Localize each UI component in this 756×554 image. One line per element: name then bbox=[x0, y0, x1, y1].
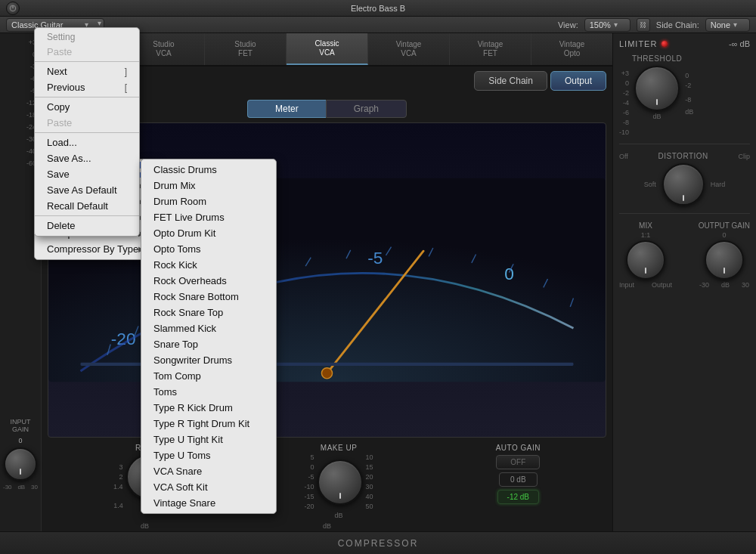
makeup-db-label: dB bbox=[323, 522, 331, 530]
db-val-n3: -3 bbox=[2, 60, 36, 73]
sidechain-label: Side Chain: bbox=[656, 20, 699, 29]
auto-gain-0db-display: 0 dB bbox=[499, 472, 538, 487]
limiter-value: -∞ dB bbox=[729, 39, 750, 48]
chain-icon[interactable]: ⛓ bbox=[637, 18, 650, 32]
makeup-group: MAKE UP 5 0 -5 -10 -15 -20 bbox=[305, 444, 373, 519]
drums-toms[interactable]: Toms bbox=[141, 384, 276, 400]
drums-tom-comp[interactable]: Tom Comp bbox=[141, 368, 276, 384]
output-gain-knob[interactable] bbox=[705, 240, 744, 280]
input-gain-value: 0 bbox=[18, 437, 22, 444]
db-val-n9: -9 bbox=[2, 85, 36, 97]
distortion-knob[interactable] bbox=[662, 163, 705, 206]
ctx-next[interactable]: Next ] bbox=[35, 63, 139, 79]
threshold-scale: +3 0 -2 -4 -6 -8 -10 bbox=[619, 70, 629, 136]
makeup-knob[interactable] bbox=[318, 460, 363, 505]
makeup-scale-right: 10 15 20 30 40 50 bbox=[366, 453, 373, 510]
ctx-sep-1 bbox=[35, 61, 139, 62]
bottom-bar: Compressor bbox=[0, 531, 756, 554]
ctx-paste-1[interactable]: Paste bbox=[35, 44, 139, 60]
ctx-delete[interactable]: Delete bbox=[35, 218, 139, 234]
ctx-recall-default[interactable]: Recall Default bbox=[35, 198, 139, 214]
distortion-hard-label: Hard bbox=[711, 181, 726, 188]
drums-rock-snare-bottom[interactable]: Rock Snare Bottom bbox=[141, 289, 276, 305]
view-dropdown[interactable]: 150% ▾ bbox=[584, 18, 631, 32]
tab-studio-fet[interactable]: Studio FET bbox=[205, 33, 287, 65]
threshold-unit: dB bbox=[653, 113, 662, 120]
ratio-db-label: dB bbox=[141, 522, 149, 530]
input-gain-knob[interactable] bbox=[4, 447, 37, 481]
view-label: View: bbox=[558, 20, 578, 29]
drums-type-u-toms[interactable]: Type U Toms bbox=[141, 447, 276, 463]
ctx-setting-label: Setting bbox=[35, 30, 139, 44]
ratio-scale-left: 3 2 1.4 bbox=[113, 463, 123, 491]
drums-type-u-tight-kit[interactable]: Type U Tight Kit bbox=[141, 432, 276, 447]
drums-opto-toms[interactable]: Opto Toms bbox=[141, 241, 276, 257]
threshold-section: +3 0 -2 -4 -6 -8 -10 THRESHOLD dB bbox=[619, 54, 750, 136]
power-button[interactable] bbox=[6, 2, 20, 15]
limiter-led bbox=[662, 41, 668, 47]
drums-vca-soft-kit[interactable]: VCA Soft Kit bbox=[141, 479, 276, 495]
mix-output-section: MIX 1:1 Input Output OUTPUT GAIN 0 bbox=[619, 221, 750, 289]
db-val-n60: -60 bbox=[2, 157, 36, 169]
ctx-save-as[interactable]: Save As... bbox=[35, 150, 139, 166]
tab-classic-vca[interactable]: Classic VCA bbox=[287, 33, 368, 65]
meter-button[interactable]: Meter bbox=[247, 100, 326, 118]
drums-opto-kit[interactable]: Opto Drum Kit bbox=[141, 225, 276, 241]
drums-fet-live[interactable]: FET Live Drums bbox=[141, 209, 276, 225]
ctx-sep-2 bbox=[35, 97, 139, 97]
auto-gain-off-btn[interactable]: OFF bbox=[496, 455, 540, 469]
ctx-copy[interactable]: Copy bbox=[35, 99, 139, 115]
compressor-by-type-menu-item[interactable]: Compressor By Type ▶ bbox=[35, 241, 156, 257]
limiter-label: LIMITER bbox=[619, 39, 657, 48]
drums-slammed-kick[interactable]: Slammed Kick bbox=[141, 320, 276, 336]
mix-knob[interactable] bbox=[626, 240, 665, 280]
drums-type-r-kick[interactable]: Type R Kick Drum bbox=[141, 400, 276, 416]
drums-type-r-tight-kit[interactable]: Type R Tight Drum Kit bbox=[141, 416, 276, 432]
ctx-load[interactable]: Load... bbox=[35, 135, 139, 150]
tab-vintage-vca[interactable]: Vintage VCA bbox=[368, 33, 450, 65]
tab-vintage-fet[interactable]: Vintage FET bbox=[450, 33, 531, 65]
sidechain-dropdown[interactable]: None ▾ bbox=[705, 18, 750, 32]
tab-vintage-opto[interactable]: Vintage Opto bbox=[531, 33, 612, 65]
distortion-off-label: Off bbox=[619, 153, 628, 160]
drums-drum-room[interactable]: Drum Room bbox=[141, 193, 276, 209]
drums-rock-snare-top[interactable]: Rock Snare Top bbox=[141, 305, 276, 320]
auto-gain-12db-display: -12 dB bbox=[497, 490, 539, 504]
ctx-save[interactable]: Save bbox=[35, 166, 139, 182]
drums-submenu: Classic Drums Drum Mix Drum Room FET Liv… bbox=[141, 159, 277, 514]
ctx-save-as-default[interactable]: Save As Default bbox=[35, 182, 139, 198]
graph-button[interactable]: Graph bbox=[326, 100, 407, 118]
input-gain-knob-area: INPUT GAIN 0 -30 dB 30 bbox=[2, 419, 39, 528]
mix-label: MIX bbox=[639, 221, 652, 230]
drums-rock-kick[interactable]: Rock Kick bbox=[141, 257, 276, 273]
drums-snare-top[interactable]: Snare Top bbox=[141, 336, 276, 352]
drums-vintage-snare[interactable]: Vintage Snare bbox=[141, 495, 276, 511]
threshold-scale-right: 0 -2 -8 dB bbox=[685, 70, 693, 116]
side-chain-button[interactable]: Side Chain bbox=[474, 71, 547, 91]
db-val-n30: -30 bbox=[2, 133, 36, 145]
db-val-n12: -12 bbox=[2, 97, 36, 109]
output-gain-group: OUTPUT GAIN 0 -30 dB 30 bbox=[699, 221, 750, 289]
db-val-n40: -40 bbox=[2, 145, 36, 157]
divider-1 bbox=[619, 144, 750, 144]
ctx-paste-2[interactable]: Paste bbox=[35, 115, 139, 131]
drums-vca-snare[interactable]: VCA Snare bbox=[141, 463, 276, 479]
output-button[interactable]: Output bbox=[550, 71, 606, 91]
window-title: Electro Bass B bbox=[351, 4, 405, 13]
distortion-section: Off DISTORTION Clip Soft Hard bbox=[619, 152, 750, 206]
svg-text:-5: -5 bbox=[367, 248, 383, 268]
mix-scale: Input Output bbox=[619, 281, 672, 289]
drums-drum-mix[interactable]: Drum Mix bbox=[141, 178, 276, 193]
ctx-prev[interactable]: Previous [ bbox=[35, 79, 139, 95]
controls-row: RATIO 3 2 1.4 5 8 12 bbox=[42, 438, 612, 522]
drums-classic-drums[interactable]: Classic Drums bbox=[141, 162, 276, 178]
mix-mark: 1:1 bbox=[641, 231, 651, 239]
distortion-clip-label: Clip bbox=[738, 153, 750, 160]
limiter-row: LIMITER -∞ dB bbox=[619, 39, 750, 48]
title-bar: Electro Bass B bbox=[0, 0, 756, 17]
drums-rock-overheads[interactable]: Rock Overheads bbox=[141, 273, 276, 289]
drums-songwriter[interactable]: Songwriter Drums bbox=[141, 352, 276, 368]
threshold-knob[interactable] bbox=[634, 66, 680, 111]
ctx-sep-3 bbox=[35, 132, 139, 133]
db-val-n6: -6 bbox=[2, 73, 36, 85]
